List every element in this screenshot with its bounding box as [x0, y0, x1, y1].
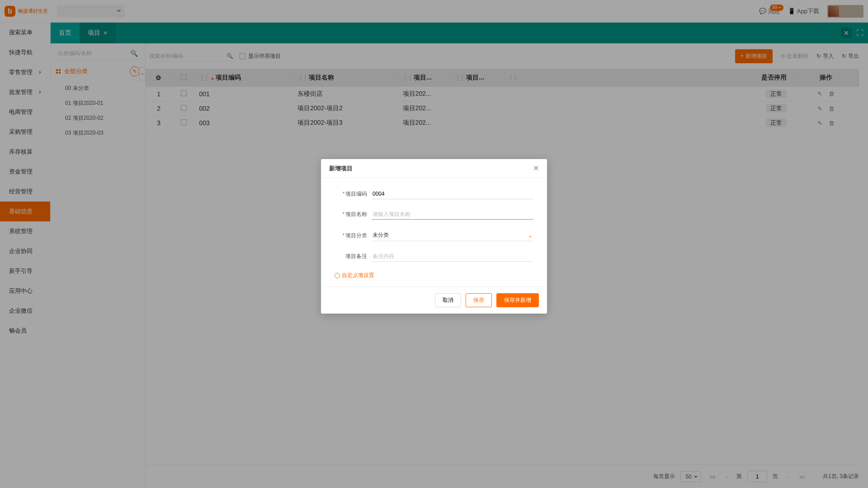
code-input[interactable] — [372, 189, 533, 199]
close-icon[interactable]: ✕ — [533, 164, 539, 173]
code-label: *项目编码 — [335, 190, 372, 198]
save-and-new-button[interactable]: 保存并新增 — [496, 293, 539, 307]
modal-body: *项目编码 *项目名称 *项目分类 未分类 ⌄ 项目备注 自定义项设置 — [321, 178, 547, 286]
custom-fields-link[interactable]: 自定义项设置 — [335, 272, 533, 279]
form-row-code: *项目编码 — [335, 189, 533, 199]
category-select[interactable]: 未分类 ⌄ — [372, 230, 533, 241]
name-label: *项目名称 — [335, 211, 372, 218]
chevron-down-icon: ⌄ — [528, 232, 533, 239]
form-row-name: *项目名称 — [335, 209, 533, 220]
form-row-category: *项目分类 未分类 ⌄ — [335, 230, 533, 241]
gear-icon — [335, 273, 340, 278]
modal-footer: 取消 保存 保存并新增 — [321, 286, 547, 314]
category-label: *项目分类 — [335, 232, 372, 239]
remark-label: 项目备注 — [335, 253, 372, 260]
cancel-button[interactable]: 取消 — [435, 293, 461, 307]
name-input[interactable] — [372, 209, 533, 220]
remark-input[interactable] — [372, 251, 533, 262]
modal-title: 新增项目 — [329, 164, 353, 173]
modal-header: 新增项目 ✕ — [321, 159, 547, 178]
add-project-modal: 新增项目 ✕ *项目编码 *项目名称 *项目分类 未分类 ⌄ 项目备注 自定义项… — [321, 159, 547, 314]
save-button[interactable]: 保存 — [466, 293, 492, 307]
form-row-remark: 项目备注 — [335, 251, 533, 262]
